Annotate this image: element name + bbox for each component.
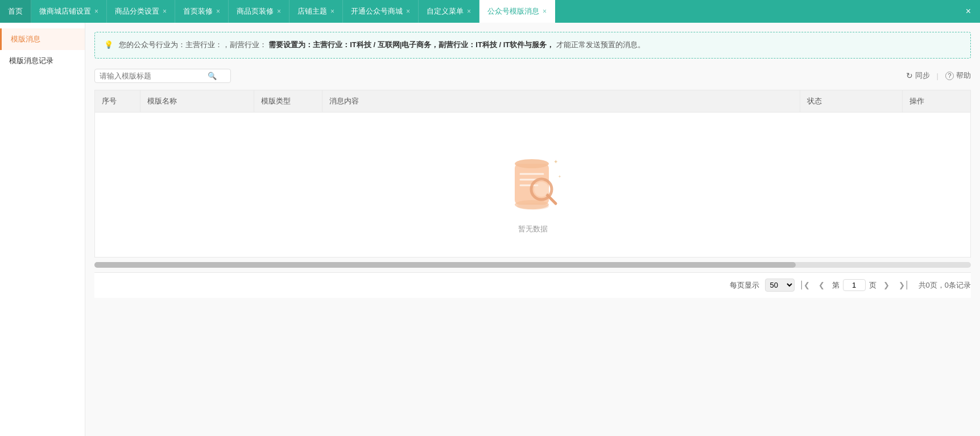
- nav-item-4[interactable]: 商品页装修×: [229, 0, 290, 23]
- table-col-2: 模版类型: [254, 90, 322, 112]
- svg-text:✦: ✦: [553, 159, 558, 165]
- total-text: 共0页，0条记录: [919, 280, 971, 290]
- nav-close-5[interactable]: ×: [330, 7, 334, 15]
- nav-item-1[interactable]: 微商城店铺设置×: [31, 0, 107, 23]
- nav-item-7[interactable]: 自定义菜单×: [419, 0, 479, 23]
- main-layout: 模版消息模版消息记录 💡 您的公众号行业为：主营行业：，副营行业： 需要设置为：…: [0, 23, 980, 436]
- help-label: 帮助: [956, 70, 971, 81]
- nav-close-8[interactable]: ×: [543, 7, 547, 15]
- notice-box: 💡 您的公众号行业为：主营行业：，副营行业： 需要设置为：主营行业：IT科技 /…: [94, 32, 971, 59]
- search-actions: ↻ 同步 | ? 帮助: [906, 70, 971, 81]
- nav-close-3[interactable]: ×: [216, 7, 220, 15]
- svg-point-9: [534, 182, 549, 197]
- svg-text:✦: ✦: [558, 175, 561, 178]
- nav-item-5[interactable]: 店铺主题×: [290, 0, 343, 23]
- table-col-4: 状态: [800, 90, 903, 112]
- help-button[interactable]: ? 帮助: [945, 70, 971, 81]
- first-page-button[interactable]: ⎮❮: [798, 279, 812, 292]
- divider: |: [937, 72, 938, 80]
- table-col-5: 操作: [903, 90, 971, 112]
- nav-close-2[interactable]: ×: [163, 7, 167, 15]
- nav-item-3[interactable]: 首页装修×: [175, 0, 229, 23]
- sidebar-item-1[interactable]: 模版消息记录: [0, 50, 85, 72]
- nav-close-6[interactable]: ×: [406, 7, 410, 15]
- table-col-0: 序号: [95, 90, 140, 112]
- page-label-text: 第: [832, 280, 840, 290]
- data-table: 序号模版名称模版类型消息内容状态操作: [94, 90, 971, 258]
- empty-icon: ✦ ✦: [499, 147, 567, 215]
- nav-item-6[interactable]: 开通公众号商城×: [343, 0, 419, 23]
- horizontal-scrollbar[interactable]: [94, 262, 971, 268]
- nav-close-1[interactable]: ×: [94, 7, 98, 15]
- search-icon[interactable]: 🔍: [208, 72, 217, 80]
- search-input[interactable]: [100, 72, 208, 80]
- nav-item-8[interactable]: 公众号模版消息×: [479, 0, 555, 23]
- last-page-button[interactable]: ❯⎮: [897, 279, 911, 292]
- nav-close-4[interactable]: ×: [277, 7, 281, 15]
- nav-item-2[interactable]: 商品分类设置×: [107, 0, 175, 23]
- next-page-button[interactable]: ❯: [880, 279, 894, 292]
- page-size-select[interactable]: 50 20 100: [765, 279, 795, 292]
- help-icon: ?: [945, 72, 954, 80]
- sidebar: 模版消息模版消息记录: [0, 23, 85, 436]
- content-area: 💡 您的公众号行业为：主营行业：，副营行业： 需要设置为：主营行业：IT科技 /…: [85, 23, 980, 436]
- table-col-3: 消息内容: [322, 90, 800, 112]
- notice-text1: 您的公众号行业为：主营行业：，副营行业：: [119, 40, 267, 49]
- sync-button[interactable]: ↻ 同步: [906, 70, 930, 81]
- prev-page-button[interactable]: ❮: [815, 279, 829, 292]
- nav-close-7[interactable]: ×: [467, 7, 471, 15]
- current-page-input[interactable]: [843, 279, 866, 291]
- notice-text2: 才能正常发送预置的消息。: [556, 40, 645, 49]
- empty-text: 暂无数据: [95, 224, 970, 234]
- table-col-1: 模版名称: [140, 90, 254, 112]
- sidebar-item-0[interactable]: 模版消息: [0, 28, 85, 50]
- sync-icon: ↻: [906, 71, 913, 80]
- global-close-button[interactable]: ×: [957, 0, 980, 23]
- svg-point-3: [515, 200, 549, 209]
- page-unit-text: 页: [869, 280, 876, 290]
- scrollbar-thumb: [94, 262, 796, 268]
- pagination: 每页显示 50 20 100 ⎮❮ ❮ 第 页 ❯ ❯⎮ 共0页，0条记录: [94, 272, 971, 298]
- notice-icon: 💡: [104, 40, 113, 49]
- search-input-wrapper: 🔍: [94, 69, 231, 83]
- svg-point-2: [515, 159, 549, 168]
- nav-item-0[interactable]: 首页: [0, 0, 31, 23]
- notice-highlight: 需要设置为：主营行业：IT科技 / 互联网|电子商务，副营行业：IT科技 / I…: [268, 40, 554, 49]
- search-bar: 🔍 ↻ 同步 | ? 帮助: [94, 69, 971, 83]
- page-size-label: 每页显示: [730, 280, 759, 290]
- top-nav: 首页微商城店铺设置×商品分类设置×首页装修×商品页装修×店铺主题×开通公众号商城…: [0, 0, 980, 23]
- sync-label: 同步: [915, 70, 930, 81]
- empty-state: ✦ ✦ 暂无数据: [95, 113, 970, 257]
